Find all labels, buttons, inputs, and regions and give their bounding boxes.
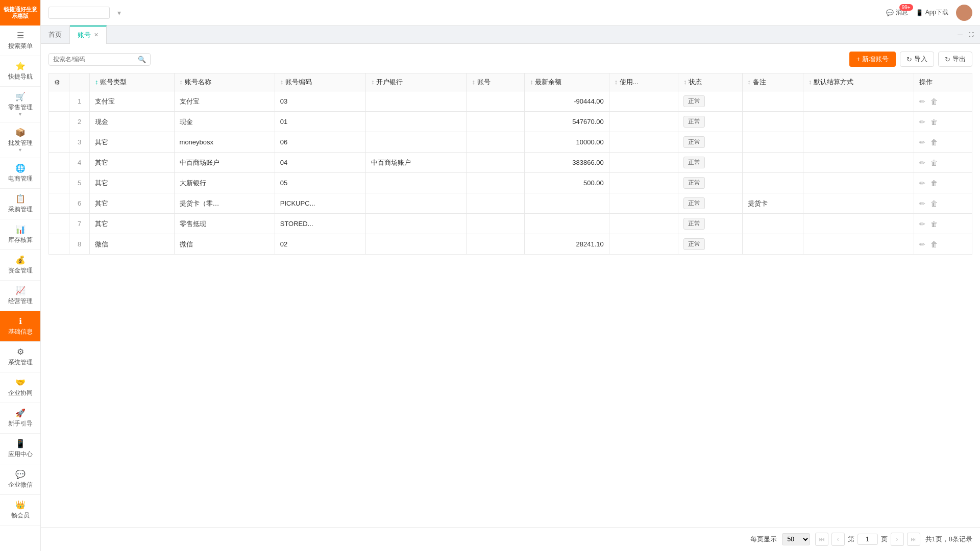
row-type: 微信 <box>90 234 175 255</box>
delete-icon[interactable]: 🗑 <box>930 138 938 146</box>
topbar: ▾ 💬 消息 99+ 📱 App下载 <box>41 0 980 26</box>
add-account-label: + 新增账号 <box>856 55 889 64</box>
sidebar-item-basic-info[interactable]: ℹ 基础信息 <box>0 311 40 342</box>
col-status[interactable]: ↕ 状态 <box>678 73 742 91</box>
col-usage[interactable]: ↕ 使用... <box>609 73 678 91</box>
row-gear-cell <box>49 214 69 234</box>
delete-icon[interactable]: 🗑 <box>930 97 938 106</box>
edit-icon[interactable]: ✏ <box>919 240 925 248</box>
sidebar-item-capital-mgmt[interactable]: 💰 资金管理 <box>0 250 40 281</box>
delete-icon[interactable]: 🗑 <box>930 159 938 167</box>
edit-icon[interactable]: ✏ <box>919 138 925 146</box>
user-avatar[interactable] <box>956 5 972 21</box>
col-type[interactable]: ↕ 账号类型 <box>90 73 175 91</box>
sidebar-item-label: 搜索菜单 <box>8 42 33 51</box>
prev-page-button[interactable]: ‹ <box>831 533 845 546</box>
message-icon: 💬 <box>886 9 894 16</box>
next-page-button[interactable]: › <box>891 533 904 546</box>
top-search-dropdown-icon[interactable]: ▾ <box>117 9 121 17</box>
tab-account-close[interactable]: ✕ <box>94 32 99 38</box>
sidebar-item-ecom-mgmt[interactable]: 🌐 电商管理 <box>0 158 40 189</box>
col-account[interactable]: ↕ 账号 <box>467 73 525 91</box>
row-actions: ✏ 🗑 <box>914 132 972 153</box>
top-search-input[interactable] <box>48 7 110 19</box>
row-type: 其它 <box>90 193 175 214</box>
col-gear: ⚙ <box>49 73 69 91</box>
settings-icon[interactable]: ⚙ <box>54 79 60 86</box>
row-name: 现金 <box>174 112 275 132</box>
last-page-button[interactable]: ⏭ <box>907 533 920 546</box>
content-toolbar: 🔍 + 新增账号 ↻ 导入 ↻ 导出 <box>48 52 972 67</box>
row-type: 其它 <box>90 173 175 193</box>
table-row: 7 其它 零售抵现 STORED... 正常 ✏ 🗑 <box>49 214 972 234</box>
window-maximize-button[interactable]: ⛶ <box>968 31 975 38</box>
edit-icon[interactable]: ✏ <box>919 179 925 187</box>
delete-icon[interactable]: 🗑 <box>930 220 938 228</box>
row-bank <box>366 91 467 112</box>
sidebar-item-purchase-mgmt[interactable]: 📋 采购管理 <box>0 189 40 219</box>
delete-icon[interactable]: 🗑 <box>930 118 938 126</box>
per-page-label: 每页显示 <box>750 535 777 544</box>
window-minimize-button[interactable]: — <box>957 31 964 38</box>
app-download-button[interactable]: 📱 App下载 <box>916 8 948 17</box>
sidebar-item-search-menu[interactable]: ☰ 搜索菜单 <box>0 26 40 56</box>
action-icons: ✏ 🗑 <box>919 138 967 146</box>
status-badge: 正常 <box>683 177 705 189</box>
edit-icon[interactable]: ✏ <box>919 118 925 126</box>
per-page-select[interactable]: 50 20 100 <box>782 533 810 545</box>
sidebar-item-ops-mgmt[interactable]: 📈 经营管理 <box>0 281 40 311</box>
row-name: 大新银行 <box>174 173 275 193</box>
sidebar-item-label: 资金管理 <box>8 266 33 275</box>
action-icons: ✏ 🗑 <box>919 159 967 167</box>
col-name[interactable]: ↕ 账号名称 <box>174 73 275 91</box>
search-input[interactable] <box>53 56 138 63</box>
edit-icon[interactable]: ✏ <box>919 220 925 228</box>
edit-icon[interactable]: ✏ <box>919 199 925 208</box>
edit-icon[interactable]: ✏ <box>919 159 925 167</box>
sidebar-item-label: 应用中心 <box>8 450 33 459</box>
row-code: STORED... <box>275 214 366 234</box>
row-account <box>467 214 525 234</box>
export-button[interactable]: ↻ 导出 <box>938 52 972 67</box>
basic-info-icon: ℹ <box>19 316 22 326</box>
delete-icon[interactable]: 🗑 <box>930 240 938 248</box>
sidebar-item-app-center[interactable]: 📱 应用中心 <box>0 434 40 464</box>
col-code[interactable]: ↕ 账号编码 <box>275 73 366 91</box>
row-account <box>467 132 525 153</box>
col-remark[interactable]: ↕ 备注 <box>742 73 803 91</box>
sidebar-item-enterprise-wechat[interactable]: 💬 企业微信 <box>0 464 40 495</box>
row-actions: ✏ 🗑 <box>914 193 972 214</box>
row-account <box>467 234 525 255</box>
delete-icon[interactable]: 🗑 <box>930 179 938 187</box>
row-balance: 500.00 <box>525 173 609 193</box>
sidebar-item-retail-mgmt[interactable]: 🛒 零售管理 ▼ <box>0 87 40 122</box>
page-number-input[interactable] <box>857 534 878 545</box>
add-account-button[interactable]: + 新增账号 <box>849 52 896 67</box>
first-page-button[interactable]: ⏮ <box>815 533 828 546</box>
sidebar-item-enterprise-agreement[interactable]: 🤝 企业协同 <box>0 372 40 403</box>
ops-icon: 📈 <box>15 286 26 295</box>
table-row: 5 其它 大新银行 05 500.00 正常 ✏ 🗑 <box>49 173 972 193</box>
tab-home[interactable]: 首页 <box>41 26 70 44</box>
row-gear-cell <box>49 91 69 112</box>
row-number: 1 <box>69 91 90 112</box>
tab-account[interactable]: 账号 ✕ <box>70 26 107 44</box>
message-button[interactable]: 💬 消息 99+ <box>886 8 908 17</box>
sidebar-item-wholesale-mgmt[interactable]: 📦 批发管理 ▼ <box>0 122 40 158</box>
edit-icon[interactable]: ✏ <box>919 97 925 106</box>
sidebar-item-sys-mgmt[interactable]: ⚙ 系统管理 <box>0 342 40 372</box>
sidebar-item-inventory[interactable]: 📊 库存核算 <box>0 219 40 250</box>
sidebar-item-quick-nav[interactable]: ⭐ 快捷导航 <box>0 56 40 87</box>
search-icon[interactable]: 🔍 <box>138 56 146 63</box>
row-gear-cell <box>49 234 69 255</box>
window-controls: — ⛶ <box>957 31 980 38</box>
sidebar-item-vip[interactable]: 👑 畅会员 <box>0 495 40 525</box>
import-button[interactable]: ↻ 导入 <box>900 52 934 67</box>
sidebar-item-new-guide[interactable]: 🚀 新手引导 <box>0 403 40 434</box>
delete-icon[interactable]: 🗑 <box>930 199 938 208</box>
col-balance[interactable]: ↕ 最新余额 <box>525 73 609 91</box>
col-default-settlement[interactable]: ↕ 默认结算方式 <box>803 73 914 91</box>
row-default-settlement <box>803 214 914 234</box>
col-bank[interactable]: ↕ 开户银行 <box>366 73 467 91</box>
row-remark <box>742 112 803 132</box>
